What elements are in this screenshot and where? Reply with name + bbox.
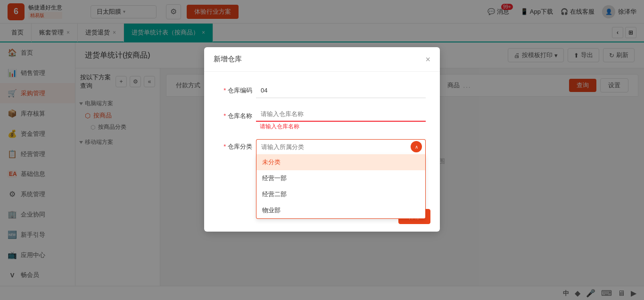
dropdown-option-ops2[interactable]: 经营二部 — [256, 186, 425, 202]
modal-header: 新增仓库 × — [204, 47, 440, 72]
warehouse-category-field: ∧ 未分类 经营一部 经营二部 物业部 — [256, 139, 426, 154]
modal-body: 仓库编码 仓库名称 请输入仓库名称 仓库分类 ∧ — [204, 72, 440, 154]
warehouse-code-label: 仓库编码 — [218, 83, 256, 95]
warehouse-modal: 新增仓库 × 仓库编码 仓库名称 请输入仓库名称 仓库分类 — [204, 47, 440, 232]
warehouse-code-input[interactable] — [256, 83, 426, 98]
warehouse-code-row: 仓库编码 — [218, 83, 426, 98]
warehouse-category-label: 仓库分类 — [218, 139, 256, 151]
modal-title: 新增仓库 — [214, 55, 242, 64]
modal-overlay[interactable]: 新增仓库 × 仓库编码 仓库名称 请输入仓库名称 仓库分类 — [0, 0, 644, 300]
dropdown-arrow-icon[interactable]: ∧ — [411, 141, 422, 152]
dropdown-option-property[interactable]: 物业部 — [256, 202, 425, 218]
dropdown-option-none[interactable]: 未分类 — [256, 154, 425, 170]
warehouse-name-row: 仓库名称 请输入仓库名称 — [218, 107, 426, 131]
warehouse-name-label: 仓库名称 — [218, 108, 256, 120]
warehouse-name-input[interactable] — [256, 107, 426, 122]
warehouse-name-error: 请输入仓库名称 — [260, 123, 299, 130]
dropdown-option-ops1[interactable]: 经营一部 — [256, 170, 425, 186]
modal-close-btn[interactable]: × — [425, 55, 430, 64]
warehouse-category-row: 仓库分类 ∧ 未分类 经营一部 经营二部 物业部 — [218, 139, 426, 154]
warehouse-category-input[interactable] — [256, 139, 426, 154]
dropdown-list: 未分类 经营一部 经营二部 物业部 — [256, 154, 426, 219]
